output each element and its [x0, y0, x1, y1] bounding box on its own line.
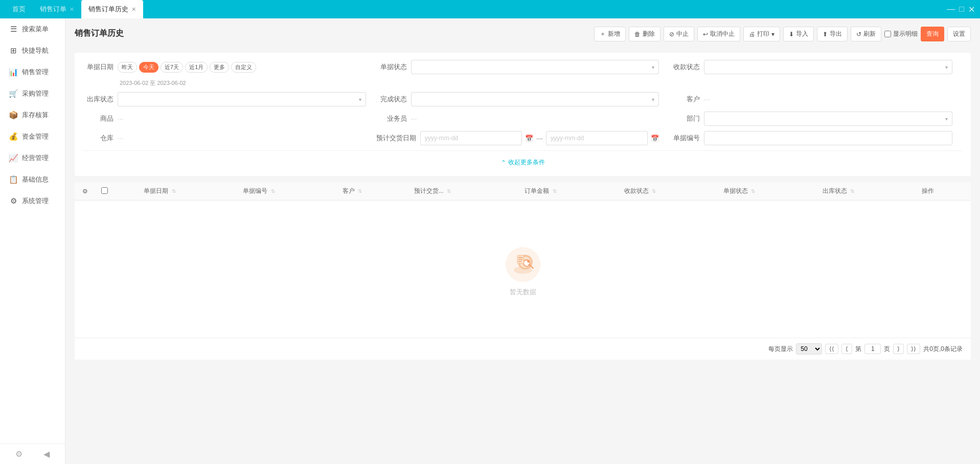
filter-order-status-item: 单据状态 ▾: [376, 60, 670, 74]
date-pill-custom[interactable]: 自定义: [231, 62, 256, 73]
completion-select[interactable]: ▾: [411, 92, 659, 106]
print-button[interactable]: 🖨 打印 ▾: [743, 27, 780, 41]
sidebar-settings-button[interactable]: ⚙: [15, 449, 22, 459]
sort-customer-icon[interactable]: ⇅: [358, 188, 362, 194]
sidebar-item-operations-label: 经营管理: [22, 153, 49, 163]
salesperson-picker[interactable]: ···: [411, 115, 417, 123]
tab-home[interactable]: 首页: [5, 0, 33, 18]
table-col-amount: 订单金额 ⇅: [518, 182, 618, 201]
tab-sales-order-close[interactable]: ✕: [70, 6, 74, 13]
date-pill-yesterday[interactable]: 昨天: [118, 62, 137, 73]
page-size-select[interactable]: 20 50 100: [796, 343, 822, 355]
date-pill-1month[interactable]: 近1月: [185, 62, 208, 73]
inventory-icon: 📦: [9, 111, 18, 120]
empty-state: 暂无数据: [75, 201, 971, 338]
quick-nav-icon: ⊞: [9, 46, 18, 55]
finance-icon: 💰: [9, 132, 18, 141]
sidebar-collapse-button[interactable]: ◀: [43, 449, 50, 459]
cancel-stop-icon: ↩: [703, 31, 708, 38]
minimize-button[interactable]: —: [947, 5, 955, 14]
last-page-button[interactable]: ⟩⟩: [907, 344, 920, 354]
table-col-customer: 客户 ⇅: [336, 182, 408, 201]
tab-sales-order[interactable]: 销售订单 ✕: [33, 0, 81, 18]
data-table-wrap: ⚙ 单据日期 ⇅ 单据编号 ⇅ 客户: [75, 182, 971, 338]
collapse-button[interactable]: ⌃ 收起更多条件: [83, 156, 963, 169]
data-table: ⚙ 单据日期 ⇅ 单据编号 ⇅ 客户: [75, 182, 971, 338]
add-button[interactable]: ＋ 新增: [594, 27, 626, 41]
calendar-from-icon[interactable]: 📅: [525, 135, 533, 142]
sidebar-item-purchase[interactable]: 🛒 采购管理: [0, 83, 65, 104]
tab-sales-order-history-label: 销售订单历史: [88, 5, 128, 14]
sort-orderno-icon[interactable]: ⇅: [271, 188, 275, 194]
refresh-icon: ↺: [856, 31, 861, 38]
sidebar-item-purchase-label: 采购管理: [22, 89, 49, 98]
date-pill-today[interactable]: 今天: [139, 62, 158, 73]
cancel-stop-button[interactable]: ↩ 取消中止: [697, 27, 740, 41]
payment-status-select[interactable]: ▾: [704, 60, 952, 74]
table-col-payment-status: 收款状态 ⇅: [618, 182, 717, 201]
department-select[interactable]: ▾: [704, 112, 952, 126]
maximize-button[interactable]: □: [959, 5, 964, 14]
delivery-to-input[interactable]: [546, 131, 648, 145]
refresh-button[interactable]: ↺ 刷新: [851, 27, 881, 41]
table-empty-row: 暂无数据: [75, 201, 971, 338]
sort-outbound-icon[interactable]: ⇅: [850, 188, 854, 194]
sidebar-item-operations[interactable]: 📈 经营管理: [0, 147, 65, 169]
purchase-icon: 🛒: [9, 89, 18, 98]
settings-button[interactable]: 设置: [947, 27, 971, 41]
import-button[interactable]: ⬇ 导入: [783, 27, 814, 41]
tab-sales-order-history[interactable]: 销售订单历史 ✕: [81, 0, 143, 18]
customer-picker[interactable]: ···: [704, 95, 710, 103]
window-close-button[interactable]: ✕: [968, 5, 975, 14]
order-no-input[interactable]: [704, 131, 952, 145]
sort-date-icon[interactable]: ⇅: [172, 188, 176, 194]
filter-row-2: 出库状态 ▾ 完成状态 ▾ 客户 ···: [83, 92, 963, 106]
next-page-button[interactable]: ⟩: [893, 344, 904, 354]
sort-amount-icon[interactable]: ⇅: [553, 188, 557, 194]
filter-warehouse-item: 仓库 ···: [83, 134, 376, 143]
tab-sales-order-history-close[interactable]: ✕: [131, 6, 136, 13]
sort-delivery-icon[interactable]: ⇅: [447, 188, 451, 194]
department-dropdown-icon: ▾: [945, 116, 948, 122]
delivery-from-input[interactable]: [420, 131, 522, 145]
sidebar-item-quick-nav[interactable]: ⊞ 快捷导航: [0, 40, 65, 61]
sidebar-item-basics[interactable]: 📋 基础信息: [0, 169, 65, 190]
sidebar-item-system[interactable]: ⚙ 系统管理: [0, 190, 65, 212]
sort-payment-icon[interactable]: ⇅: [652, 188, 656, 194]
sidebar-item-sales[interactable]: 📊 销售管理: [0, 61, 65, 83]
warehouse-control: ···: [118, 134, 366, 142]
first-page-button[interactable]: ⟨⟨: [825, 344, 838, 354]
export-button[interactable]: ⬆ 导出: [817, 27, 848, 41]
outbound-select[interactable]: ▾: [118, 92, 366, 106]
delivery-control: 📅 — 📅: [420, 131, 659, 145]
order-status-select[interactable]: ▾: [411, 60, 659, 74]
date-pill-7days[interactable]: 近7天: [161, 62, 183, 73]
top-bar: 首页 销售订单 ✕ 销售订单历史 ✕ — □ ✕: [0, 0, 980, 18]
sidebar-item-finance[interactable]: 💰 资金管理: [0, 126, 65, 147]
date-pill-more[interactable]: 更多: [210, 62, 229, 73]
delete-button[interactable]: 🗑 删除: [629, 27, 660, 41]
product-picker[interactable]: ···: [118, 115, 124, 123]
sidebar-item-inventory[interactable]: 📦 库存核算: [0, 104, 65, 126]
filter-order-no-item: 单据编号: [669, 131, 963, 145]
prev-page-button[interactable]: ⟨: [841, 344, 852, 354]
delivery-range-dash: —: [536, 135, 543, 142]
top-tabs: 首页 销售订单 ✕ 销售订单历史 ✕: [5, 0, 143, 18]
total-records: 共0页,0条记录: [923, 345, 963, 353]
show-detail-checkbox-label[interactable]: 显示明细: [884, 30, 918, 38]
calendar-to-icon[interactable]: 📅: [651, 135, 659, 142]
basics-icon: 📋: [9, 175, 18, 184]
sort-orderstatus-icon[interactable]: ⇅: [751, 188, 755, 194]
sidebar-item-search[interactable]: ☰ 搜索菜单: [0, 18, 65, 40]
completion-dropdown-icon: ▾: [652, 97, 654, 102]
import-icon: ⬇: [789, 31, 794, 38]
stop-button[interactable]: ⊘ 中止: [664, 27, 694, 41]
outbound-dropdown-icon: ▾: [359, 97, 361, 102]
select-all-checkbox[interactable]: [101, 187, 108, 194]
table-settings-col[interactable]: ⚙: [75, 182, 95, 201]
empty-illustration: [500, 241, 546, 288]
query-button[interactable]: 查询: [921, 27, 944, 41]
show-detail-checkbox[interactable]: [884, 31, 891, 37]
warehouse-picker[interactable]: ···: [118, 134, 124, 142]
tab-sales-order-label: 销售订单: [40, 5, 66, 14]
